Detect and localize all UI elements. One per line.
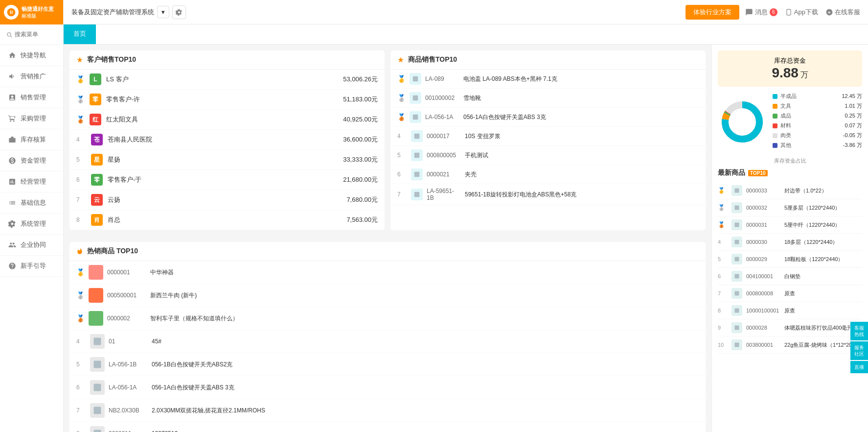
chart-label: 库存资金占比 <box>718 157 862 165</box>
sidebar-item-quick-nav[interactable]: 快捷导航 <box>0 45 63 66</box>
prod-row-3: 🥉 LA-056-1A 056-1A白色按键开关盖ABS 3克 <box>390 108 706 127</box>
legend-dot-4 <box>773 133 777 138</box>
operation-icon <box>8 177 17 186</box>
customer-avatar-3: 红 <box>90 114 101 125</box>
svg-rect-7 <box>414 192 420 197</box>
search-area[interactable]: 搜索菜单 <box>0 24 63 45</box>
customer-avatar-2: 零 <box>90 94 101 105</box>
online-service-link[interactable]: 在线客服 <box>826 8 860 17</box>
product-sales-header: 商品销售TOP10 <box>390 50 706 70</box>
prod-img-6 <box>411 168 423 180</box>
hot-img-8 <box>90 426 105 432</box>
system-icon <box>8 219 17 228</box>
inventory-legend: 半成品 12.45 万 文具 1.01 万 成品 0.25 万 <box>773 93 862 151</box>
legend-item-2: 成品 0.25 万 <box>773 112 862 120</box>
svg-rect-25 <box>735 291 739 296</box>
corp-icon <box>8 240 17 249</box>
svg-rect-27 <box>735 326 739 330</box>
sidebar-item-sales[interactable]: 销售管理 <box>0 87 63 108</box>
customer-ranking-card: 客户销售TOP10 🥇 L LS 客户 53,006.26元 🥈 零 零售客户 <box>69 50 385 230</box>
hot-img-7 <box>90 403 105 418</box>
hot-img-1 <box>89 265 103 280</box>
svg-rect-20 <box>735 206 739 210</box>
np-row-8: 8 10000100001 原查 <box>718 302 862 319</box>
hot-row-2: 🥈 000500001 新西兰牛肉 (新牛) <box>69 284 706 307</box>
prod-medal-3: 🥉 <box>397 113 406 121</box>
hot-products-body: 🥇 0000001 中华神器 🥈 000500001 新西兰牛肉 (新牛) 🥉 <box>69 261 706 432</box>
legend-dot-2 <box>773 114 777 119</box>
sidebar-item-system[interactable]: 系统管理 <box>0 214 63 235</box>
svg-rect-0 <box>787 9 791 15</box>
hot-medal-1: 🥇 <box>76 268 85 276</box>
app-download-link[interactable]: App下载 <box>785 8 818 17</box>
legend-dot-0 <box>773 94 777 99</box>
np-row-3: 🥉 0000031 5厘中纤（1220*2440） <box>718 216 862 234</box>
app-name: 畅捷通好生意 标准版 <box>22 5 54 19</box>
system-dropdown[interactable]: ▾ <box>157 6 169 18</box>
hot-row-4: 4 01 45# <box>69 330 706 353</box>
legend-item-1: 文具 1.01 万 <box>773 102 862 110</box>
svg-rect-1 <box>413 76 418 82</box>
np-img-2 <box>731 202 742 213</box>
tab-home[interactable]: 首页 <box>64 24 96 44</box>
customer-avatar-5: 星 <box>91 154 103 166</box>
basic-icon <box>8 198 17 207</box>
top-panels: 客户销售TOP10 🥇 L LS 客户 53,006.26元 🥈 零 零售客户 <box>69 50 706 236</box>
main-area: 装备及固定资产辅助管理系统 ▾ 体验行业方案 消息 6 App下载 在线客服 <box>64 0 868 432</box>
svg-rect-9 <box>94 361 101 368</box>
trial-button[interactable]: 体验行业方案 <box>685 5 739 20</box>
customer-avatar-7: 云 <box>91 194 103 206</box>
home-icon <box>8 51 17 60</box>
inventory-total-card: 库存总资金 9.88 万 <box>718 50 862 87</box>
hot-row-3: 🥉 0000002 智利车子里（规格不知道填什么） <box>69 307 706 330</box>
megaphone-icon <box>8 72 17 81</box>
sidebar-item-guide[interactable]: 新手引导 <box>0 256 63 277</box>
sidebar-item-operation[interactable]: 经营管理 <box>0 171 63 192</box>
svg-rect-6 <box>414 172 420 177</box>
hot-row-8: 8 0000011 12070519-xs <box>69 422 706 432</box>
np-img-10 <box>731 339 742 350</box>
finance-icon <box>8 156 17 165</box>
prod-img-2 <box>410 92 421 104</box>
customer-row-5: 5 星 星扬 33,333.00元 <box>69 150 385 170</box>
sidebar-item-inventory[interactable]: 库存核算 <box>0 129 63 150</box>
app-logo: 畅捷通好生意 标准版 <box>0 0 63 24</box>
customer-row-3: 🥉 红 红太阳文具 40,925.00元 <box>69 110 385 130</box>
sidebar-item-marketing[interactable]: 营销推广 <box>0 66 63 87</box>
legend-item-0: 半成品 12.45 万 <box>773 93 862 100</box>
np-img-8 <box>731 305 742 316</box>
settings-gear[interactable] <box>172 5 186 19</box>
hot-img-6 <box>90 380 105 395</box>
new-products-title: 最新商品 TOP10 <box>718 168 862 177</box>
svg-rect-10 <box>94 384 101 391</box>
prod-img-3 <box>410 111 421 123</box>
customer-avatar-8: 肖 <box>91 214 103 226</box>
np-img-1 <box>731 185 742 196</box>
prod-row-2: 🥈 001000002 雪地靴 <box>390 89 706 108</box>
hot-row-5: 5 LA-056-1B 056-1B白色按键开关壳ABS2克 <box>69 353 706 376</box>
svg-rect-22 <box>735 240 739 244</box>
hot-img-4 <box>90 334 105 349</box>
customer-service-button[interactable]: 客服热线 <box>850 322 868 340</box>
live-stream-button[interactable]: 直播 <box>850 361 868 373</box>
sidebar-item-finance[interactable]: 资金管理 <box>0 150 63 171</box>
new-products-list: 🥇 0000033 封边带（1.0*22） 🥈 0000032 5厘 <box>718 182 862 354</box>
legend-dot-5 <box>773 143 777 148</box>
legend-item-3: 材料 0.07 万 <box>773 122 862 129</box>
np-img-4 <box>731 237 742 247</box>
sidebar-item-basic[interactable]: 基础信息 <box>0 192 63 214</box>
sidebar-item-corp[interactable]: 企业协同 <box>0 235 63 256</box>
svg-rect-11 <box>94 407 101 414</box>
svg-rect-23 <box>735 257 739 262</box>
service-community-button[interactable]: 服务社区 <box>850 341 868 360</box>
prod-img-1 <box>410 73 421 85</box>
right-panel: 库存总资金 9.88 万 <box>711 45 868 432</box>
svg-rect-26 <box>735 309 739 313</box>
svg-rect-8 <box>94 338 101 345</box>
customer-row-1: 🥇 L LS 客户 53,006.26元 <box>69 70 385 90</box>
search-menu-button[interactable]: 搜索菜单 <box>4 28 59 41</box>
topbar-right: 消息 6 App下载 在线客服 <box>745 8 860 17</box>
sidebar-item-purchase[interactable]: 采购管理 <box>0 108 63 129</box>
np-img-9 <box>731 322 742 333</box>
message-area[interactable]: 消息 6 <box>745 8 777 17</box>
